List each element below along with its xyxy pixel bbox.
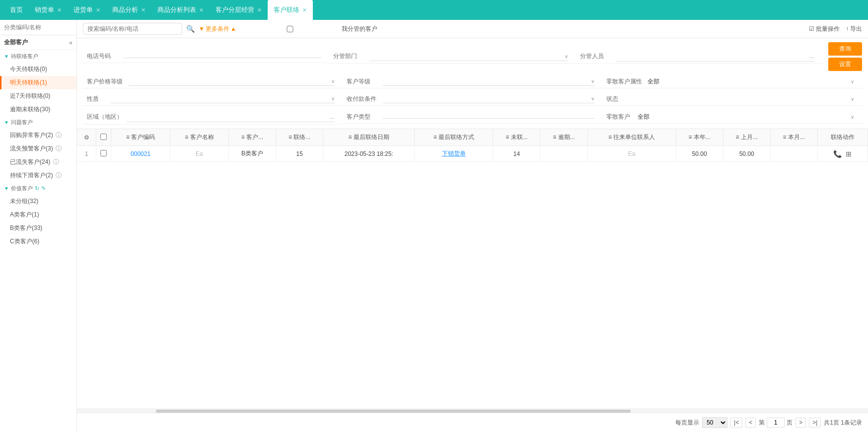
settings-col-header[interactable]: ⚙ — [77, 129, 96, 146]
search-input[interactable] — [83, 23, 182, 35]
status-label: 状态 — [606, 95, 626, 103]
value-edit-icon[interactable]: ✎ — [41, 185, 46, 192]
nav-item-customer-contact[interactable]: 客户联络 ✕ — [268, 0, 313, 20]
nav-item-product-list[interactable]: 商品分析列表 ✕ — [151, 0, 210, 20]
top-nav: 首页 销货单 ✕ 进货单 ✕ 商品分析 ✕ 商品分析列表 ✕ 客户分层经营 ✕ … — [0, 0, 868, 20]
select-all-checkbox[interactable] — [100, 134, 107, 140]
this-year-col-header[interactable]: ≡ 本年... — [676, 129, 723, 146]
value-group-text: 价值客户 — [11, 185, 33, 192]
nav-item-customer-tier[interactable]: 客户分层经营 ✕ — [210, 0, 268, 20]
export-icon: ↑ — [846, 25, 849, 32]
this-month-cell — [770, 146, 817, 162]
close-purchase-icon[interactable]: ✕ — [96, 7, 100, 13]
table-settings-icon[interactable]: ⚙ — [84, 134, 89, 141]
sidebar-item-class-a[interactable]: A类客户(1) — [0, 208, 76, 221]
sidebar-item-declining[interactable]: 持续下滑客户(2) ⓘ — [0, 169, 76, 182]
row-checkbox[interactable] — [100, 150, 107, 156]
customer-level-select[interactable]: ∨ — [383, 77, 594, 86]
close-product-analysis-icon[interactable]: ✕ — [141, 7, 145, 13]
my-customers-checkbox[interactable]: 我分管的客户 — [240, 25, 377, 33]
sidebar-item-overdue[interactable]: 逾期未联络(30) — [0, 103, 76, 116]
checkbox-col-header[interactable] — [96, 129, 111, 146]
customer-type-select[interactable] — [383, 115, 594, 119]
nav-item-purchase[interactable]: 进货单 ✕ — [68, 0, 106, 20]
last-contact-method-col-header[interactable]: ≡ 最后联络方式 — [415, 129, 493, 146]
problem-group-label[interactable]: ▼ 问题客户 — [0, 116, 76, 129]
action-cell: 📞 ⊞ — [817, 146, 868, 162]
sidebar-item-today[interactable]: 今天待联络(0) — [0, 63, 76, 76]
sidebar-item-class-b[interactable]: B类客户(33) — [0, 221, 76, 235]
retail-customer-value: 全部 — [638, 113, 650, 121]
retail-attr-select[interactable]: ∨ — [659, 79, 854, 84]
menu-action-icon[interactable]: ⊞ — [846, 150, 852, 158]
value-refresh-icon[interactable]: ↻ — [35, 185, 39, 192]
close-sales-icon[interactable]: ✕ — [57, 7, 62, 13]
contact-count-col-header[interactable]: ≡ 联络... — [276, 129, 323, 146]
my-customers-check[interactable] — [240, 26, 340, 32]
nav-item-sales[interactable]: 销货单 ✕ — [29, 0, 68, 20]
collapse-icon[interactable]: « — [69, 39, 72, 46]
dept-label: 分管部门 — [333, 52, 365, 61]
query-button[interactable]: 查询 — [828, 42, 862, 56]
payment-select[interactable]: ∨ — [383, 94, 594, 103]
batch-op-btn[interactable]: ☑ 批量操作 — [809, 25, 840, 33]
h-scrollbar[interactable] — [77, 409, 868, 413]
dept-select[interactable]: ∨ — [369, 52, 568, 61]
sidebar-item-ungrouped[interactable]: 未分组(32) — [0, 195, 76, 208]
name-col-header[interactable]: ≡ 客户名称 — [170, 129, 228, 146]
sidebar-item-class-c[interactable]: C类客户(6) — [0, 235, 76, 248]
close-customer-tier-icon[interactable]: ✕ — [257, 7, 262, 13]
sidebar-item-tomorrow[interactable]: 明天待联络(1) — [0, 76, 76, 89]
company-contact-cell: Ea — [587, 146, 676, 162]
customer-name-cell: Ea — [170, 146, 228, 162]
sidebar-item-repurchase[interactable]: 回购异常客户(2) ⓘ — [0, 129, 76, 142]
this-year-cell: 50.00 — [676, 146, 723, 162]
retail-customer-select[interactable]: ∨ — [650, 114, 854, 120]
more-conditions-btn[interactable]: ▼ 更多条件 ▲ — [199, 25, 236, 33]
uncontacted-col-header[interactable]: ≡ 未联... — [493, 129, 540, 146]
search-button[interactable]: 🔍 — [186, 25, 195, 33]
row-checkbox-cell[interactable] — [96, 146, 111, 162]
this-month-col-header[interactable]: ≡ 本月... — [770, 129, 817, 146]
reset-button[interactable]: 设置 — [828, 58, 862, 71]
next-page-btn[interactable]: > — [796, 418, 806, 428]
status-select[interactable]: ∨ — [630, 96, 854, 102]
nav-item-product-analysis[interactable]: 商品分析 ✕ — [106, 0, 151, 20]
first-page-btn[interactable]: |< — [730, 418, 742, 428]
last-month-col-header[interactable]: ≡ 上月... — [723, 129, 770, 146]
page-size-label: 每页显示 — [675, 419, 699, 427]
sidebar-item-churned[interactable]: 已流失客户(24) ⓘ — [0, 155, 76, 169]
page-size-select[interactable]: 50 10 20 100 — [702, 417, 727, 428]
export-btn[interactable]: ↑ 导出 — [846, 25, 862, 33]
prev-page-btn[interactable]: < — [745, 418, 756, 428]
person-select[interactable]: ... — [616, 51, 814, 62]
region-select[interactable]: ... — [127, 112, 335, 122]
pending-group-label[interactable]: ▼ 待联络客户 — [0, 50, 76, 63]
code-col-header[interactable]: ≡ 客户编码 — [111, 129, 170, 146]
last-contact-date-col-header[interactable]: ≡ 最后联络日期 — [323, 129, 415, 146]
sidebar-item-7days[interactable]: 近7天待联络(0) — [0, 89, 76, 103]
price-level-select[interactable]: ∨ — [128, 77, 335, 86]
page-number-input[interactable] — [767, 418, 785, 428]
value-group-label[interactable]: ▼ 价值客户 ↻ ✎ — [0, 182, 76, 195]
phone-input[interactable] — [123, 55, 321, 58]
last-page-btn[interactable]: >| — [809, 418, 821, 428]
phone-action-icon[interactable]: 📞 — [833, 150, 842, 158]
overdue-col-header[interactable]: ≡ 逾期... — [540, 129, 587, 146]
sidebar-search-input[interactable] — [4, 24, 77, 31]
sidebar-search: 🔍 — [0, 20, 76, 35]
nav-item-home[interactable]: 首页 — [4, 0, 29, 20]
price-level-label: 客户价格等级 — [87, 77, 124, 86]
problem-group-text: 问题客户 — [11, 119, 33, 126]
action-col-header: 联络动作 — [817, 129, 868, 146]
close-customer-contact-icon[interactable]: ✕ — [302, 7, 307, 13]
type-col-header[interactable]: ≡ 客户... — [229, 129, 276, 146]
nature-select[interactable]: ∨ — [111, 94, 335, 103]
close-product-list-icon[interactable]: ✕ — [199, 7, 204, 13]
customer-code-cell[interactable]: 000021 — [111, 146, 170, 162]
sidebar-item-churn-warning[interactable]: 流失预警客户(3) ⓘ — [0, 142, 76, 155]
company-contact-col-header[interactable]: ≡ 往来单位联系人 — [587, 129, 676, 146]
last-contact-method-cell[interactable]: 下销货单 — [415, 146, 493, 162]
all-customers-header[interactable]: 全部客户 « — [0, 35, 76, 50]
sidebar: 🔍 全部客户 « ▼ 待联络客户 今天待联络(0) 明天待联络(1) 近7天待联… — [0, 20, 77, 432]
